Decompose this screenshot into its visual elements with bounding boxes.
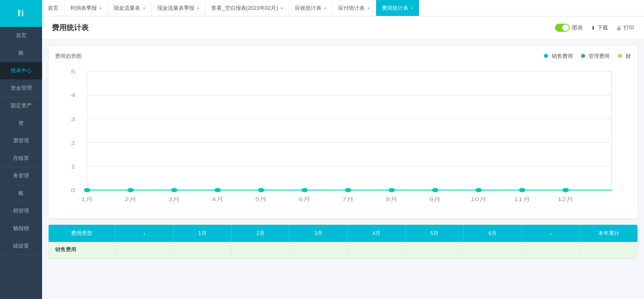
sidebar-item-assets[interactable]: 固定资产 <box>0 97 42 115</box>
tab-close-blank-report[interactable]: × <box>281 6 283 11</box>
sidebar-item-account[interactable]: 账 <box>0 44 42 62</box>
sidebar-item-tickets[interactable]: 票管理 <box>0 132 42 150</box>
svg-text:4: 4 <box>71 93 76 98</box>
tab-home[interactable]: 首页 <box>42 0 65 16</box>
tab-close-expense[interactable]: × <box>411 6 413 11</box>
tab-cashflow-quarterly[interactable]: 现金流量表季报 × <box>152 0 205 16</box>
th-month4: 4月 <box>348 225 406 242</box>
th-month6: 6月 <box>464 225 522 242</box>
svg-point-23 <box>519 188 526 193</box>
chart-legend: 销售费用 管理费用 财 <box>544 53 631 60</box>
tab-close-receivable[interactable]: × <box>324 6 326 11</box>
svg-text:5: 5 <box>71 69 76 74</box>
chart-toggle[interactable] <box>555 24 570 32</box>
legend-finance: 财 <box>618 53 631 60</box>
th-ytd: 本年累计 <box>580 225 637 242</box>
sidebar-item-inventory[interactable]: 存核算 <box>0 150 42 167</box>
svg-text:0: 0 <box>71 187 76 193</box>
th-next-arrow[interactable]: › <box>522 225 580 242</box>
svg-point-15 <box>171 188 178 193</box>
td-ytd <box>580 242 637 257</box>
chart-section: 费用趋势图 销售费用 管理费用 财 <box>49 46 637 218</box>
chart-header: 费用趋势图 销售费用 管理费用 财 <box>55 53 631 60</box>
svg-point-16 <box>214 188 221 193</box>
download-button[interactable]: ⬇ 下载 <box>591 24 608 31</box>
tab-cashflow[interactable]: 现金流量表 × <box>108 0 151 16</box>
main-content: 首页 利润表季报 × 现金流量表 × 现金流量表季报 × 查看_空白报表(202… <box>42 0 644 299</box>
tab-close-cashflow[interactable]: × <box>143 6 145 11</box>
svg-text:1: 1 <box>71 164 76 169</box>
svg-point-19 <box>345 188 352 193</box>
svg-point-18 <box>301 188 308 193</box>
page-area: 费用统计表 图表 ⬇ 下载 🖨 打印 费用趋势图 <box>42 16 644 299</box>
sidebar-logo: fi <box>0 0 42 27</box>
print-button[interactable]: 🖨 打印 <box>616 24 634 31</box>
td-m1 <box>174 242 232 257</box>
print-icon: 🖨 <box>616 25 622 31</box>
sidebar-item-settings[interactable]: 础设置 <box>0 237 42 255</box>
chart-title: 费用趋势图 <box>55 53 82 60</box>
page-title: 费用统计表 <box>52 23 89 33</box>
legend-sales: 销售费用 <box>544 53 573 60</box>
svg-text:3月: 3月 <box>168 196 180 202</box>
td-empty1 <box>116 242 174 257</box>
chart-container: 5 4 3 2 1 0 <box>55 65 631 212</box>
svg-point-21 <box>432 188 439 193</box>
tab-close-profit-quarterly[interactable]: × <box>99 6 102 11</box>
th-prev-arrow[interactable]: ‹ <box>116 225 174 242</box>
svg-text:4月: 4月 <box>212 196 223 202</box>
tab-close-cashflow-quarterly[interactable]: × <box>197 6 199 11</box>
table-header: 费用类型 ‹ 1月 2月 3月 4月 5月 6月 › 本年累计 <box>49 225 637 242</box>
svg-text:6月: 6月 <box>299 196 310 202</box>
svg-text:10月: 10月 <box>470 196 487 202</box>
svg-text:2: 2 <box>71 140 76 146</box>
tab-payable[interactable]: 应付统计表 × <box>332 0 376 16</box>
sidebar-item-funds[interactable]: 资金管理 <box>0 80 42 97</box>
th-month1: 1月 <box>174 225 232 242</box>
tab-bar: 首页 利润表季报 × 现金流量表 × 现金流量表季报 × 查看_空白报表(202… <box>42 0 644 16</box>
legend-dot-finance <box>618 54 622 58</box>
td-m2 <box>232 242 290 257</box>
svg-point-14 <box>127 188 134 193</box>
th-month3: 3月 <box>290 225 348 242</box>
td-type: 销售费用 <box>49 242 116 257</box>
table-section: 费用类型 ‹ 1月 2月 3月 4月 5月 6月 › 本年累计 销售费用 <box>49 225 637 258</box>
legend-management: 管理费用 <box>581 53 610 60</box>
td-m3 <box>290 242 348 257</box>
tab-close-payable[interactable]: × <box>367 6 370 11</box>
svg-point-20 <box>388 188 395 193</box>
td-m5 <box>406 242 464 257</box>
chart-svg: 5 4 3 2 1 0 <box>55 65 631 212</box>
legend-dot-sales <box>544 54 548 58</box>
svg-text:9月: 9月 <box>429 196 441 202</box>
tab-expense[interactable]: 费用统计表 × <box>376 0 419 16</box>
page-header: 费用统计表 图表 ⬇ 下载 🖨 打印 <box>42 16 644 40</box>
svg-point-13 <box>84 188 91 193</box>
tab-blank-report[interactable]: 查看_空白报表(2023年02月) × <box>205 0 289 16</box>
svg-point-22 <box>475 188 482 193</box>
svg-point-24 <box>562 188 569 193</box>
download-icon: ⬇ <box>591 25 595 31</box>
tab-profit-quarterly[interactable]: 利润表季报 × <box>65 0 108 16</box>
svg-text:1月: 1月 <box>81 196 93 202</box>
table-row: 销售费用 <box>49 242 637 258</box>
th-expense-type: 费用类型 <box>49 225 116 242</box>
chart-toggle-label: 图表 <box>572 24 583 31</box>
sidebar-item-capital[interactable]: 资 <box>0 115 42 132</box>
th-month5: 5月 <box>406 225 464 242</box>
table-body: 销售费用 <box>49 242 637 258</box>
svg-text:7月: 7月 <box>342 196 354 202</box>
header-actions: 图表 ⬇ 下载 🖨 打印 <box>555 24 634 32</box>
sidebar-item-business[interactable]: 务管理 <box>0 167 42 185</box>
sidebar-item-expense[interactable]: 畅报销 <box>0 220 42 237</box>
sidebar-item-ledger[interactable]: 账 <box>0 185 42 202</box>
svg-text:2月: 2月 <box>125 196 136 202</box>
tab-receivable[interactable]: 应收统计表 × <box>289 0 332 16</box>
sidebar-item-archives[interactable]: 档管理 <box>0 202 42 220</box>
sidebar: fi 首页 账 报表中心 资金管理 固定资产 资 票管理 存核算 务管理 账 档… <box>0 0 42 299</box>
td-m6 <box>464 242 522 257</box>
sidebar-item-reports[interactable]: 报表中心 <box>0 62 42 80</box>
svg-text:11月: 11月 <box>514 196 530 202</box>
sidebar-item-home[interactable]: 首页 <box>0 27 42 44</box>
svg-text:3: 3 <box>71 116 76 122</box>
